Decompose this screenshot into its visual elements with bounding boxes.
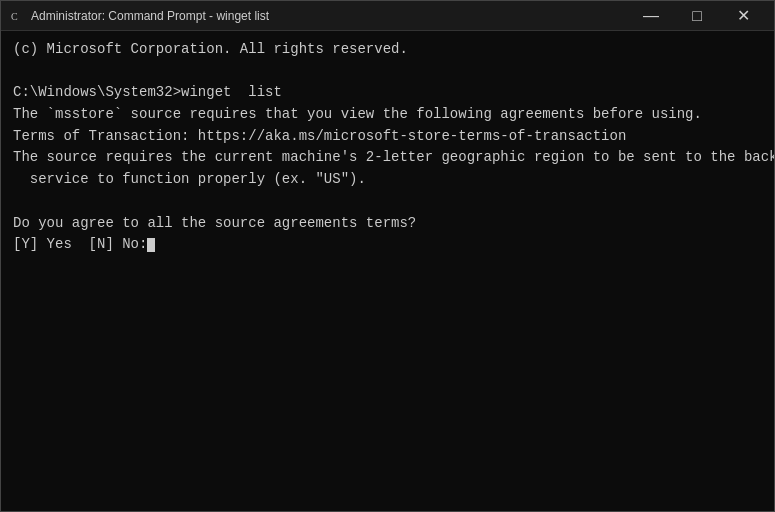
terminal-line: (c) Microsoft Corporation. All rights re…	[13, 39, 762, 61]
window-controls: — □ ✕	[628, 1, 766, 31]
minimize-button[interactable]: —	[628, 1, 674, 31]
cmd-icon: C	[9, 8, 25, 24]
terminal-line: [Y] Yes [N] No:	[13, 234, 762, 256]
terminal-line: The source requires the current machine'…	[13, 147, 762, 169]
window: C Administrator: Command Prompt - winget…	[0, 0, 775, 512]
terminal-line: C:\Windows\System32>winget list	[13, 82, 762, 104]
terminal-line	[13, 61, 762, 83]
maximize-button[interactable]: □	[674, 1, 720, 31]
terminal-line: Do you agree to all the source agreement…	[13, 213, 762, 235]
title-bar: C Administrator: Command Prompt - winget…	[1, 1, 774, 31]
terminal-line: The `msstore` source requires that you v…	[13, 104, 762, 126]
window-title: Administrator: Command Prompt - winget l…	[31, 9, 628, 23]
terminal-output: (c) Microsoft Corporation. All rights re…	[13, 39, 762, 256]
svg-text:C: C	[11, 11, 18, 22]
terminal-line	[13, 191, 762, 213]
terminal-line: service to function properly (ex. "US").	[13, 169, 762, 191]
close-button[interactable]: ✕	[720, 1, 766, 31]
terminal-cursor	[147, 238, 155, 252]
terminal-content[interactable]: (c) Microsoft Corporation. All rights re…	[1, 31, 774, 511]
terminal-line: Terms of Transaction: https://aka.ms/mic…	[13, 126, 762, 148]
